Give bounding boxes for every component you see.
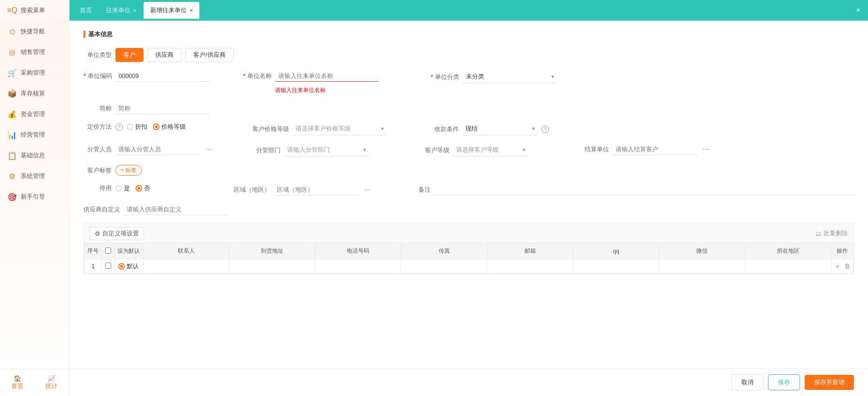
sidebar-item-guide[interactable]: 🎯 新手引导	[0, 186, 69, 207]
pricing-level-radio	[153, 124, 160, 130]
customer-price-select[interactable]: 请选择客户价格等级 ▾	[293, 123, 387, 135]
custom-settings-label: 自定义项设置	[102, 229, 139, 238]
row-fax[interactable]	[401, 259, 487, 274]
save-button[interactable]: 保存	[768, 374, 800, 390]
unit-type-supplier[interactable]: 供应商	[147, 48, 182, 62]
unit-code-input[interactable]	[116, 70, 210, 82]
pricing-help-icon[interactable]: ?	[115, 123, 123, 131]
unit-category-chevron: ▾	[551, 73, 554, 80]
tab-new-partner-close[interactable]: ×	[190, 8, 192, 13]
row-region[interactable]	[745, 259, 831, 274]
pricing-radio-group: 折扣 价格等级	[127, 123, 186, 131]
sidebar-item-search-menu[interactable]: ≡Q 搜索菜单	[0, 0, 69, 21]
manager-more-btn[interactable]: ···	[204, 145, 213, 154]
qq-input[interactable]	[576, 263, 656, 270]
tab-partner[interactable]: 往来单位 ×	[99, 2, 143, 19]
row-checkbox[interactable]	[102, 259, 114, 274]
region-field: 区域（地区） ···	[234, 184, 403, 195]
pricing-discount-option[interactable]: 折扣	[127, 123, 147, 131]
form-footer: 取消 保存 保存并新增	[69, 368, 868, 396]
disabled-no-option[interactable]: 否	[136, 184, 150, 193]
custom-settings-button[interactable]: ⚙ 自定义项设置	[90, 227, 144, 240]
customer-price-label: 客户价格等级	[252, 125, 289, 133]
row-address[interactable]	[229, 259, 315, 274]
address-input[interactable]	[232, 263, 312, 270]
basic-info-icon: 📋	[8, 151, 17, 160]
pricing-row: 定价方法 ? 折扣 价格等级 客户价格等级 请选择客户价格等级	[84, 123, 854, 135]
disabled-row: 停用 是 否 区域（地区） ··· 备注	[84, 184, 854, 195]
manager-input[interactable]	[115, 144, 200, 155]
unit-name-input[interactable]	[275, 70, 379, 82]
payment-terms-select[interactable]: 现结 ▾	[463, 123, 538, 135]
unit-name-error: 请输入往来单位名称	[275, 86, 326, 94]
row-contact[interactable]	[143, 259, 229, 274]
unit-category-select[interactable]: 未分类 ▾	[463, 70, 557, 83]
sidebar-item-label: 新手引导	[21, 193, 45, 201]
row-wechat[interactable]	[659, 259, 745, 274]
region-input[interactable]	[274, 184, 358, 195]
tab-bar-close[interactable]: ×	[853, 4, 864, 16]
department-placeholder: 请输入分管部门	[287, 146, 330, 154]
batch-delete-button[interactable]: 🗂 批量删除	[815, 229, 848, 238]
supplier-custom-row: 供应商自定义	[84, 204, 854, 215]
row-delete-btn[interactable]: 🗑	[844, 263, 850, 270]
email-input[interactable]	[490, 263, 570, 270]
short-name-input[interactable]	[115, 103, 209, 114]
tab-home[interactable]: 首页	[73, 2, 99, 19]
batch-delete-icon: 🗂	[815, 230, 822, 237]
tag-add-button[interactable]: + 标签	[115, 165, 142, 176]
sidebar-bottom-stats[interactable]: 📈 统计	[35, 369, 69, 396]
sidebar-item-inventory[interactable]: 📦 库存核算	[0, 83, 69, 104]
tab-partner-close[interactable]: ×	[133, 8, 136, 13]
short-name-field: 简称	[84, 103, 243, 114]
tab-new-partner[interactable]: 新增往来单位 ×	[144, 2, 199, 19]
settlement-unit-input[interactable]	[613, 144, 697, 155]
payment-terms-help-icon[interactable]: ?	[541, 125, 549, 133]
inventory-icon: 📦	[8, 89, 17, 98]
sidebar-item-quick-nav[interactable]: ⊙ 快捷导航	[0, 21, 69, 42]
supplier-custom-input[interactable]	[124, 204, 227, 215]
wechat-input[interactable]	[662, 263, 742, 270]
sidebar-item-label: 采购管理	[21, 69, 45, 77]
remark-input[interactable]	[434, 184, 854, 195]
sidebar-item-purchase[interactable]: 🛒 采购管理	[0, 62, 69, 83]
table-row: 1 默认	[84, 259, 853, 274]
row-default-radio[interactable]: 默认	[117, 262, 140, 271]
cancel-button[interactable]: 取消	[731, 374, 763, 390]
manager-label: 分管人员	[84, 145, 112, 154]
settlement-unit-field: 结算单位 ···	[581, 144, 854, 155]
purchase-icon: 🛒	[8, 68, 17, 78]
customer-level-select[interactable]: 请选择客户等级 ▾	[453, 144, 528, 156]
row-qq[interactable]	[573, 259, 659, 274]
sidebar-item-finance[interactable]: 💰 资金管理	[0, 104, 69, 124]
row-phone[interactable]	[315, 259, 401, 274]
disabled-radio-group: 是 否	[115, 184, 150, 193]
pricing-level-option[interactable]: 价格等级	[153, 123, 186, 131]
sidebar-item-business[interactable]: 📊 经营管理	[0, 124, 69, 145]
fax-input[interactable]	[404, 263, 484, 270]
col-email: 邮箱	[487, 243, 573, 259]
section-icon-bar	[84, 31, 85, 38]
disabled-yes-option[interactable]: 是	[115, 184, 130, 193]
tag-row: 客户标签 + 标签	[84, 165, 854, 176]
department-select[interactable]: 请输入分管部门 ▾	[284, 144, 369, 156]
save-new-button[interactable]: 保存并新增	[805, 375, 854, 390]
select-all-checkbox[interactable]	[105, 248, 111, 254]
row-add-btn[interactable]: ＋	[834, 263, 840, 270]
region-more-btn[interactable]: ···	[362, 186, 372, 194]
unit-type-both[interactable]: 客户/供应商	[185, 48, 234, 62]
sidebar-item-system[interactable]: ⚙ 系统管理	[0, 166, 69, 186]
sidebar-item-sales[interactable]: ◎ 销售管理	[0, 42, 69, 62]
region-row-input[interactable]	[748, 263, 828, 270]
unit-category-value: 未分类	[466, 72, 484, 81]
unit-type-customer[interactable]: 客户	[115, 48, 144, 62]
row-email[interactable]	[487, 259, 573, 274]
tag-field: 客户标签 + 标签	[84, 165, 854, 176]
contact-input[interactable]	[146, 263, 226, 270]
sidebar-bottom-home[interactable]: 🏠 首页	[0, 369, 35, 396]
row-select-checkbox[interactable]	[105, 263, 111, 269]
phone-input[interactable]	[318, 263, 398, 270]
sidebar-item-basic-info[interactable]: 📋 基础信息	[0, 145, 69, 166]
col-qq: qq	[573, 243, 659, 259]
settlement-more-btn[interactable]: ···	[701, 145, 711, 154]
